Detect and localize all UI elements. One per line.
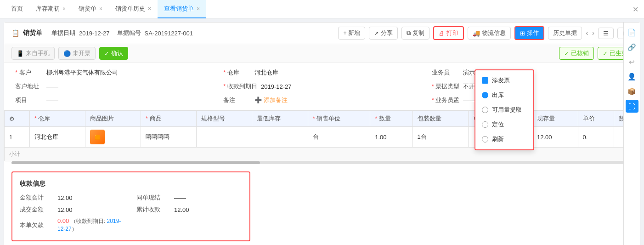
scroll-thumb[interactable] — [11, 161, 260, 164]
tab-close-history[interactable]: × — [148, 6, 151, 12]
payment-title: 收款信息 — [20, 180, 242, 188]
col-spec: 规格型号 — [197, 111, 252, 127]
staff-label: 业务员 — [432, 68, 459, 77]
print-button[interactable]: 🖨 打印 — [433, 26, 464, 40]
right-sidebar: 📄 🔗 ↩ 👤 📦 ⛶ — [623, 23, 640, 245]
same-order-label: 同单现结 — [136, 194, 169, 202]
add-note-button[interactable]: ➕ 添加备注 — [254, 96, 288, 104]
products-table: ⚙ 仓库 商品图片 商品 规格型号 最低库存 销售单位 数量 包装数量 可用量（… — [4, 110, 640, 161]
add-invoice-icon — [482, 77, 488, 84]
history-button[interactable]: 历史单据 — [548, 27, 582, 40]
col-min-stock: 最低库存 — [252, 111, 308, 127]
cumulative-receipt-label: 累计收款 — [136, 205, 169, 214]
global-close-icon[interactable]: ✕ — [633, 5, 638, 13]
toolbar-right: + 新增 ↗ 分享 ⧉ 复制 🖨 打印 🚚 物流信息 ⊞ 操作 历 — [338, 26, 633, 40]
grid-icon: ⊞ — [520, 30, 525, 37]
doc-date-value: 2019-12-27 — [79, 30, 110, 37]
current-due-label: 本单欠款 — [20, 221, 52, 229]
operation-button[interactable]: ⊞ 操作 — [514, 26, 544, 40]
sold-status-button[interactable]: ✓ 已核销 — [559, 47, 594, 60]
current-due-amount: 0.00 — [57, 217, 69, 224]
nav-prev-icon[interactable]: ‹ — [586, 29, 588, 37]
form-section: 客户 柳州粤港平安气体有限公司 仓库 河北仓库 业务员 演示账号 客户地址 ——… — [4, 63, 640, 110]
print-icon: 🖨 — [439, 30, 445, 37]
sidebar-refresh-icon[interactable]: ↩ — [626, 56, 638, 68]
sidebar-doc-icon[interactable]: 📄 — [626, 26, 638, 39]
sidebar-box-icon[interactable]: 📦 — [626, 85, 638, 98]
staff2-value: —— — [463, 97, 475, 104]
nav-next-icon[interactable]: › — [592, 29, 594, 37]
ticket-icon: 🔵 — [63, 50, 71, 57]
operation-dropdown: 添发票 出库 可用量提取 定位 刷新 — [475, 69, 534, 150]
table-header: ⚙ 仓库 商品图片 商品 规格型号 最低库存 销售单位 数量 包装数量 可用量（… — [5, 111, 640, 127]
col-warehouse: 仓库 — [29, 111, 85, 127]
logistics-button[interactable]: 🚚 物流信息 — [468, 27, 511, 40]
tab-home[interactable]: 首页 — [5, 0, 29, 18]
truck-icon: 🚚 — [473, 30, 480, 37]
horizontal-scrollbar[interactable] — [11, 161, 633, 164]
cumulative-receipt-row: 累计收款 12.00 — [136, 205, 242, 214]
payment-grid: 金额合计 12.00 同单现结 —— 成交金额 12.00 累计收款 12.00… — [20, 194, 242, 233]
payment-date-value: 2019-12-27 — [261, 83, 292, 90]
sidebar-link-icon[interactable]: 🔗 — [626, 41, 638, 54]
warehouse-row: 仓库 河北仓库 — [223, 68, 420, 77]
share-button[interactable]: ↗ 分享 — [369, 27, 398, 40]
subtotal-row: 小计 — [5, 148, 640, 161]
doc-title-section: 📋 销货单 — [11, 29, 42, 37]
tab-inventory-init[interactable]: 库存期初 × — [29, 0, 72, 18]
doc-number-value: SA-20191227-001 — [145, 30, 193, 37]
check-icon: ✓ — [104, 50, 109, 57]
new-button[interactable]: + 新增 — [338, 27, 365, 40]
from-phone-button[interactable]: 📱 来自手机 — [11, 47, 55, 60]
sidebar-expand-icon[interactable]: ⛶ — [626, 100, 638, 113]
col-pack-qty: 包装数量 — [412, 111, 468, 127]
row-unit-price: 0. — [578, 127, 614, 148]
doc-icon: 📋 — [11, 29, 19, 37]
warehouse-value: 河北仓库 — [254, 68, 278, 77]
row-quantity: 1.00 — [370, 127, 412, 148]
table-container: ⚙ 仓库 商品图片 商品 规格型号 最低库存 销售单位 数量 包装数量 可用量（… — [4, 110, 640, 161]
total-amount-row: 金额合计 12.00 — [20, 194, 125, 202]
tab-sales-order[interactable]: 销货单 × — [72, 0, 109, 18]
transaction-amount-row: 成交金额 12.00 — [20, 205, 125, 214]
same-order-value: —— — [174, 194, 186, 201]
col-settings[interactable]: ⚙ — [5, 111, 30, 127]
col-product: 商品 — [141, 111, 197, 127]
phone-icon: 📱 — [17, 50, 24, 57]
doc-title-text: 销货单 — [23, 29, 42, 37]
refresh-item[interactable]: 刷新 — [475, 132, 533, 147]
available-qty-item[interactable]: 可用量提取 — [475, 103, 533, 117]
copy-icon: ⧉ — [407, 29, 411, 37]
locate-item[interactable]: 定位 — [475, 117, 533, 132]
cumulative-receipt-value: 12.00 — [174, 206, 189, 213]
tab-sales-history[interactable]: 销货单历史 × — [109, 0, 158, 18]
address-label: 客户地址 — [15, 82, 43, 91]
outbound-icon — [482, 92, 488, 98]
refresh-icon — [482, 136, 488, 142]
row-min-stock — [252, 127, 308, 148]
payment-date-label: 收款到期日 — [223, 82, 257, 91]
address-value: —— — [46, 83, 58, 90]
view-list-button[interactable]: ☰ — [598, 28, 614, 39]
row-spec — [197, 127, 252, 148]
tab-view-sales[interactable]: 查看销货单 × — [158, 0, 206, 18]
copy-button[interactable]: ⧉ 复制 — [401, 27, 429, 40]
doc-meta: 单据日期 2019-12-27 单据编号 SA-20191227-001 — [51, 29, 193, 37]
ticket-type-label: 票据类型 — [432, 82, 460, 91]
customer-label: 客户 — [15, 68, 43, 77]
transaction-amount-value: 12.00 — [57, 206, 73, 213]
confirm-button[interactable]: ✓ 确认 — [99, 47, 128, 60]
tab-close-view[interactable]: × — [197, 6, 200, 12]
transaction-amount-label: 成交金额 — [20, 205, 52, 214]
tab-close-sales[interactable]: × — [99, 6, 102, 12]
outbound-item[interactable]: 出库 — [475, 88, 533, 103]
row-current-stock: 12.00 — [532, 127, 578, 148]
not-open-button[interactable]: 🔵 未开票 — [58, 47, 96, 60]
staff2-label: 业务员孟 — [432, 96, 460, 104]
add-invoice-item[interactable]: 添发票 — [475, 73, 533, 88]
row-warehouse: 河北仓库 — [29, 127, 85, 148]
sidebar-user-icon[interactable]: 👤 — [626, 70, 638, 83]
row-pack-qty: 1台 — [412, 127, 468, 148]
tab-close-inventory[interactable]: × — [62, 6, 66, 12]
available-qty-icon — [482, 107, 488, 113]
